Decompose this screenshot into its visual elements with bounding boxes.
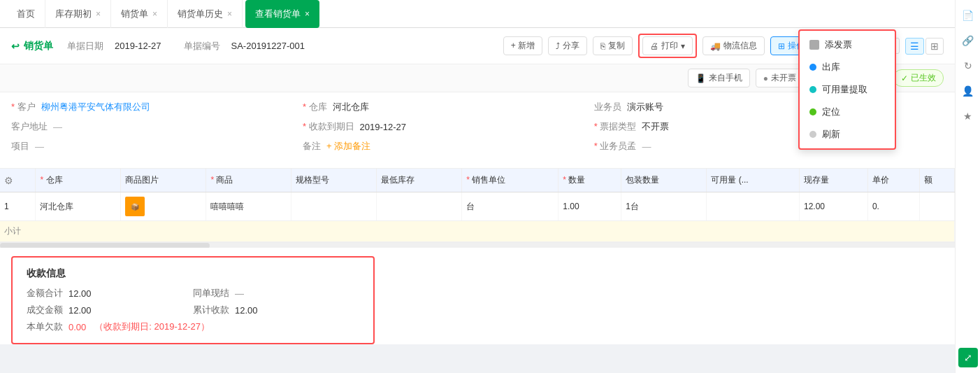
address-field: 客户地址 — xyxy=(11,120,303,133)
cumulative-payment-value: 12.00 xyxy=(235,305,258,316)
col-quantity: 数量 xyxy=(559,169,621,192)
col-current-qty: 现存量 xyxy=(799,169,867,192)
copy-button[interactable]: ⎘ 复制 xyxy=(593,36,633,55)
gear-icon[interactable]: ⚙ xyxy=(4,175,13,186)
salesperson-label: 业务员 xyxy=(594,101,621,113)
sidebar-star-icon[interactable]: ★ xyxy=(958,106,978,126)
cell-spec xyxy=(291,192,377,221)
due-date-note: （收款到期日: 2019-12-27） xyxy=(94,321,210,333)
cumulative-payment-label: 累计收款 xyxy=(193,304,229,316)
sidebar-reload-icon[interactable]: ↻ xyxy=(958,56,978,76)
cell-quantity: 1.00 xyxy=(559,192,621,221)
same-bill-value: — xyxy=(235,288,244,299)
add-invoice-item[interactable]: 添发票 xyxy=(800,34,895,56)
tab-home[interactable]: 首页 xyxy=(7,0,45,28)
note-field: 备注 + 添加备注 xyxy=(303,140,594,153)
available-qty-dot xyxy=(809,86,816,93)
sidebar-doc-icon[interactable]: 📄 xyxy=(958,6,978,25)
doc-meta: 单据日期 2019-12-27 单据编号 SA-20191227-001 xyxy=(67,40,305,52)
view-switch: ☰ ⊞ xyxy=(905,38,944,55)
operations-dropdown: 添发票 出库 可用量提取 定位 刷新 xyxy=(798,29,896,150)
address-value: — xyxy=(53,122,62,132)
col-product-img: 商品图片 xyxy=(121,169,206,192)
tab-inventory-init[interactable]: 库存期初 × xyxy=(45,0,111,28)
print-icon: 🖨 xyxy=(650,41,658,51)
note-add-label[interactable]: + 添加备注 xyxy=(326,140,370,153)
cell-unit-price: 0. xyxy=(867,192,919,221)
logistics-button[interactable]: 🚚 物流信息 xyxy=(702,36,765,55)
cell-product-img: 📦 xyxy=(121,192,206,221)
table-header-row: ⚙ 仓库 商品图片 商品 规格型号 最低库存 销售单位 数量 包装数量 可用量 … xyxy=(0,169,955,192)
share-button[interactable]: ⤴ 分享 xyxy=(548,36,587,55)
copy-icon: ⎘ xyxy=(600,41,605,51)
note-label: 备注 xyxy=(303,140,321,153)
doc-no-label: 单据编号 xyxy=(184,40,220,52)
total-amount-value: 12.00 xyxy=(69,288,92,299)
project-label: 项目 xyxy=(11,140,29,153)
customer-value[interactable]: 柳州粤港平安气体有限公司 xyxy=(41,101,150,113)
add-invoice-icon xyxy=(809,40,819,50)
tab-close-view-sales[interactable]: × xyxy=(305,9,310,19)
doc-title: ↩ 销货单 xyxy=(11,40,53,52)
col-min-stock: 最低库存 xyxy=(377,169,462,192)
sidebar-expand-icon[interactable]: ⤢ xyxy=(958,348,978,353)
col-warehouse: 仓库 xyxy=(36,169,121,192)
refresh-item[interactable]: 刷新 xyxy=(800,123,895,146)
payment-due-value: 2019-12-27 xyxy=(360,122,407,132)
from-mobile-button[interactable]: 📱 来自手机 xyxy=(688,69,750,87)
check2-icon: ✓ xyxy=(901,73,908,83)
cell-current-qty: 12.00 xyxy=(799,192,867,221)
tab-view-sales[interactable]: 查看销货单 × xyxy=(245,0,319,28)
cumulative-payment-row: 累计收款 12.00 xyxy=(193,304,359,316)
out-warehouse-dot xyxy=(809,64,816,71)
right-sidebar: 📄 🔗 ↻ 👤 ★ ⤢ xyxy=(955,0,980,353)
cell-amount xyxy=(919,192,954,221)
print-button[interactable]: 🖨 打印 ▾ xyxy=(642,36,693,55)
tab-sales-order[interactable]: 销货单 × xyxy=(111,0,168,28)
available-qty-item[interactable]: 可用量提取 xyxy=(800,78,895,101)
transaction-amount-row: 成交金额 12.00 xyxy=(27,304,193,316)
ticket-type-label: 票据类型 xyxy=(594,120,637,133)
cell-product: 嘻嘻嘻嘻 xyxy=(206,192,291,221)
view-grid-button[interactable]: ⊞ xyxy=(925,38,944,55)
col-pack-qty: 包装数量 xyxy=(621,169,707,192)
scroll-bar[interactable] xyxy=(0,242,955,248)
salesperson2-label: 业务员孟 xyxy=(594,140,637,153)
payment-due-field: 收款到期日 2019-12-27 xyxy=(303,120,594,133)
locate-item[interactable]: 定位 xyxy=(800,101,895,123)
doc-date-value: 2019-12-27 xyxy=(115,41,161,51)
tab-close-inventory-init[interactable]: × xyxy=(96,9,101,19)
sidebar-link-icon[interactable]: 🔗 xyxy=(958,31,978,50)
project-value: — xyxy=(35,141,44,152)
new-button[interactable]: + 新增 xyxy=(503,36,542,55)
tab-close-sales-history[interactable]: × xyxy=(227,9,232,19)
customer-field: 客户 柳州粤港平安气体有限公司 xyxy=(11,101,303,113)
col-amount: 额 xyxy=(919,169,954,192)
transaction-amount-label: 成交金额 xyxy=(27,304,63,316)
view-list-button[interactable]: ☰ xyxy=(905,38,924,55)
subtotal-row: 小计 xyxy=(0,221,955,242)
doc-no-value: SA-20191227-001 xyxy=(231,41,305,51)
transaction-amount-value: 12.00 xyxy=(69,305,92,316)
cell-min-stock xyxy=(377,192,462,221)
tab-close-sales-order[interactable]: × xyxy=(152,9,157,19)
tab-sales-history[interactable]: 销货单历史 × xyxy=(168,0,243,28)
doc-title-icon: ↩ xyxy=(11,41,20,52)
scroll-bar-inner xyxy=(0,243,210,248)
not-opened-button[interactable]: ● 未开票 xyxy=(756,69,804,87)
current-due-value: 0.00 xyxy=(69,322,86,332)
col-unit-price: 单价 xyxy=(867,169,919,192)
sidebar-user-icon[interactable]: 👤 xyxy=(958,81,978,101)
col-sales-unit: 销售单位 xyxy=(462,169,559,192)
share-icon: ⤴ xyxy=(556,41,560,51)
col-product: 商品 xyxy=(206,169,291,192)
payment-info-title: 收款信息 xyxy=(27,267,359,280)
out-warehouse-item[interactable]: 出库 xyxy=(800,56,895,78)
ticket-type-value: 不开票 xyxy=(642,120,669,133)
payment-grid: 金额合计 12.00 同单现结 — 成交金额 12.00 累计收款 12.00 … xyxy=(27,287,359,333)
warehouse-label: 仓库 xyxy=(303,101,327,113)
table-wrapper: ⚙ 仓库 商品图片 商品 规格型号 最低库存 销售单位 数量 包装数量 可用量 … xyxy=(0,168,955,248)
operations-icon: ⊞ xyxy=(778,41,785,51)
total-amount-row: 金额合计 12.00 xyxy=(27,287,193,300)
print-dropdown-arrow: ▾ xyxy=(681,41,685,51)
